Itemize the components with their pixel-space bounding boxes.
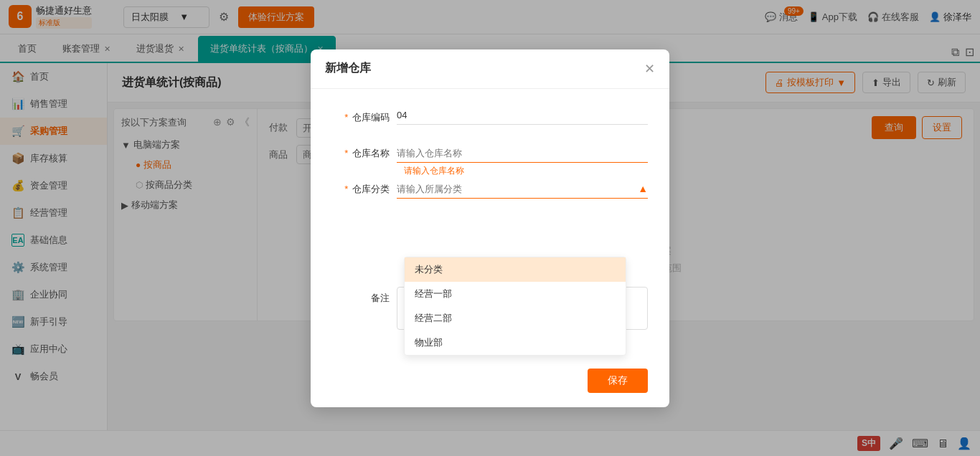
category-label: * 仓库分类	[332, 178, 397, 201]
modal-footer: 保存	[311, 360, 669, 407]
name-label: * 仓库名称	[332, 142, 397, 165]
category-dropdown: 未分类 经营一部 经营二部 物业部	[404, 257, 626, 356]
code-label: * 仓库编码	[332, 106, 397, 129]
dropdown-item-property[interactable]: 物业部	[405, 331, 626, 355]
modal-title: 新增仓库	[325, 61, 371, 76]
modal-close-button[interactable]: ✕	[644, 61, 655, 77]
code-input[interactable]	[397, 106, 648, 125]
modal-overlay: 新增仓库 ✕ * 仓库编码 * 仓库名称	[0, 0, 980, 456]
category-select[interactable]: ▲	[397, 179, 648, 199]
save-button[interactable]: 保存	[588, 369, 648, 393]
note-label: 备注	[332, 287, 397, 310]
category-arrow-icon: ▲	[638, 183, 648, 194]
form-row-category: * 仓库分类 ▲ 未分类 经营一部 经营二部 物业部	[332, 178, 648, 201]
name-error-msg: 请输入仓库名称	[404, 165, 464, 177]
modal-header: 新增仓库 ✕	[311, 49, 669, 89]
category-input[interactable]	[397, 184, 638, 194]
form-row-name: * 仓库名称 请输入仓库名称	[332, 142, 648, 165]
name-input[interactable]	[397, 144, 648, 163]
add-warehouse-modal: 新增仓库 ✕ * 仓库编码 * 仓库名称	[311, 49, 669, 407]
dropdown-item-dept1[interactable]: 经营一部	[405, 282, 626, 306]
dropdown-item-unclassified[interactable]: 未分类	[405, 257, 626, 282]
dropdown-item-dept2[interactable]: 经营二部	[405, 306, 626, 331]
modal-body: * 仓库编码 * 仓库名称 请输入仓库名称	[311, 89, 669, 360]
form-row-code: * 仓库编码	[332, 106, 648, 129]
